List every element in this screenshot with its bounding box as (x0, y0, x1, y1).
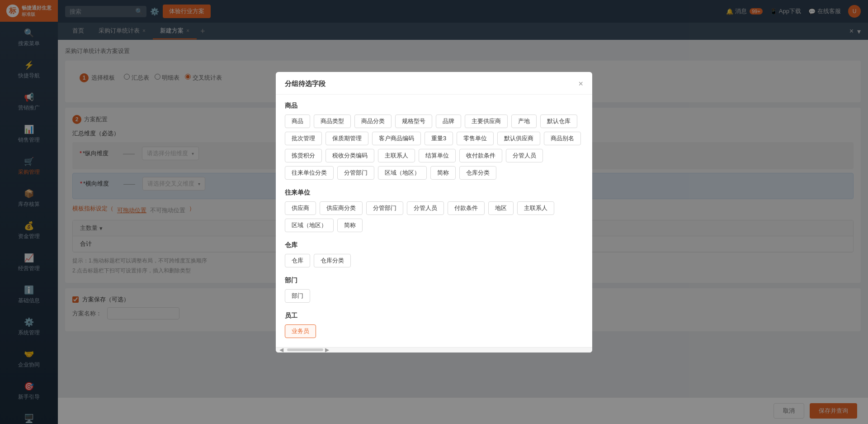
field-tag-customer-code[interactable]: 客户商品编码 (372, 132, 421, 145)
scroll-right-arrow[interactable]: ▶ (323, 347, 331, 353)
field-tag-main-contact2[interactable]: 主联系人 (517, 201, 554, 215)
field-select-modal: 分组待选字段 × 商品 商品 商品类型 商品分类 规格型号 品牌 主要供应商 产… (276, 72, 592, 353)
field-tag-short-name[interactable]: 简称 (430, 166, 456, 180)
field-tag-batch-mgmt[interactable]: 批次管理 (285, 132, 322, 145)
field-tag-department[interactable]: 部门 (285, 289, 310, 303)
field-tags-employee: 业务员 (285, 324, 583, 338)
field-group-warehouse: 仓库 仓库 仓库分类 (285, 241, 583, 267)
field-tags-warehouse: 仓库 仓库分类 (285, 254, 583, 267)
modal-header: 分组待选字段 × (276, 72, 592, 95)
field-tag-brand[interactable]: 品牌 (436, 114, 461, 128)
modal-title: 分组待选字段 (285, 80, 326, 88)
scroll-left-arrow[interactable]: ◀ (278, 347, 285, 353)
field-tag-short-name2[interactable]: 简称 (337, 219, 363, 232)
field-group-employee-title: 员工 (285, 312, 583, 320)
field-tag-main-supplier[interactable]: 主要供应商 (465, 114, 508, 128)
field-tag-product[interactable]: 商品 (285, 114, 310, 128)
field-tag-partner-category[interactable]: 往来单位分类 (285, 166, 334, 180)
field-tag-supplier-category[interactable]: 供应商分类 (320, 201, 363, 215)
field-tag-weight[interactable]: 重量3 (425, 132, 453, 145)
scroll-thumb[interactable] (287, 348, 323, 351)
field-tag-dept[interactable]: 分管部门 (337, 166, 374, 180)
field-tag-warehouse[interactable]: 仓库 (285, 254, 310, 267)
field-tag-manager2[interactable]: 分管人员 (407, 201, 444, 215)
field-tag-product-category[interactable]: 商品分类 (354, 114, 392, 128)
field-group-partner: 往来单位 供应商 供应商分类 分管部门 分管人员 付款条件 地区 主联系人 区域… (285, 189, 583, 232)
field-group-product: 商品 商品 商品类型 商品分类 规格型号 品牌 主要供应商 产地 默认仓库 批次… (285, 102, 583, 180)
field-tags-partner: 供应商 供应商分类 分管部门 分管人员 付款条件 地区 主联系人 区域（地区） … (285, 201, 583, 232)
field-group-partner-title: 往来单位 (285, 189, 583, 197)
field-tag-region2[interactable]: 区域（地区） (285, 219, 334, 232)
field-tag-main-contact[interactable]: 主联系人 (378, 149, 415, 162)
field-tag-dept2[interactable]: 分管部门 (366, 201, 403, 215)
field-tag-settlement-unit[interactable]: 结算单位 (419, 149, 456, 162)
field-group-department-title: 部门 (285, 276, 583, 285)
field-tag-default-warehouse[interactable]: 默认仓库 (540, 114, 577, 128)
field-tag-payment-terms[interactable]: 收付款条件 (459, 149, 502, 162)
field-tag-payment-cond[interactable]: 付款条件 (448, 201, 485, 215)
field-tag-area[interactable]: 地区 (488, 201, 514, 215)
field-tags-department: 部门 (285, 289, 583, 303)
modal-close-button[interactable]: × (578, 79, 583, 89)
field-tag-region[interactable]: 区域（地区） (378, 166, 427, 180)
modal-horizontal-scrollbar[interactable]: ◀ ▶ (276, 347, 592, 353)
field-tag-retail-unit[interactable]: 零售单位 (457, 132, 494, 145)
field-tag-product-type[interactable]: 商品类型 (314, 114, 351, 128)
field-tag-manager[interactable]: 分管人员 (506, 149, 543, 162)
field-tag-salesperson[interactable]: 业务员 (285, 324, 316, 338)
field-tag-spec-model[interactable]: 规格型号 (395, 114, 432, 128)
field-tag-warehouse-cat[interactable]: 仓库分类 (314, 254, 351, 267)
field-group-employee: 员工 业务员 (285, 312, 583, 338)
field-group-warehouse-title: 仓库 (285, 241, 583, 249)
field-group-product-title: 商品 (285, 102, 583, 110)
field-tag-pick-score[interactable]: 拣货积分 (285, 149, 322, 162)
modal-body: 商品 商品 商品类型 商品分类 规格型号 品牌 主要供应商 产地 默认仓库 批次… (276, 95, 592, 347)
field-tag-tax-code[interactable]: 税收分类编码 (326, 149, 374, 162)
modal-overlay[interactable]: 分组待选字段 × 商品 商品 商品类型 商品分类 规格型号 品牌 主要供应商 产… (0, 0, 868, 424)
field-tag-origin[interactable]: 产地 (511, 114, 537, 128)
field-tags-product: 商品 商品类型 商品分类 规格型号 品牌 主要供应商 产地 默认仓库 批次管理 … (285, 114, 583, 180)
field-tag-shelf-life[interactable]: 保质期管理 (326, 132, 368, 145)
field-tag-warehouse-category[interactable]: 仓库分类 (459, 166, 496, 180)
field-tag-default-supplier[interactable]: 默认供应商 (497, 132, 540, 145)
field-group-department: 部门 部门 (285, 276, 583, 303)
field-tag-supplier[interactable]: 供应商 (285, 201, 316, 215)
field-tag-alias[interactable]: 商品别名 (544, 132, 581, 145)
